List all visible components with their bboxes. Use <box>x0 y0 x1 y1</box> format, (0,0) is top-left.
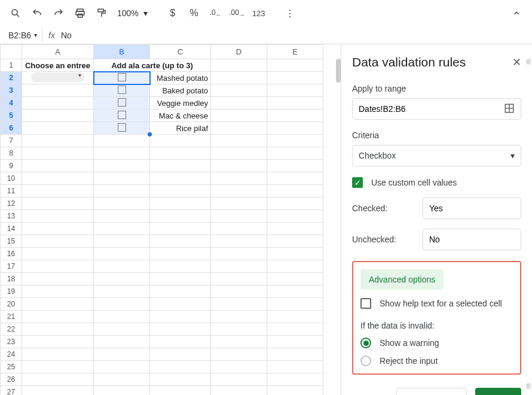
cell[interactable] <box>267 84 323 97</box>
cell[interactable] <box>94 147 150 160</box>
row-header[interactable]: 24 <box>1 348 22 361</box>
cell[interactable] <box>94 273 150 285</box>
cell[interactable] <box>267 235 323 248</box>
row-header[interactable]: 27 <box>1 386 22 396</box>
unchecked-value-input[interactable] <box>423 229 521 250</box>
row-header[interactable]: 14 <box>1 223 22 235</box>
cell[interactable] <box>22 147 94 160</box>
cell[interactable] <box>211 210 267 223</box>
increase-decimal-icon[interactable]: .00→ <box>228 4 247 23</box>
cell-C4[interactable]: Veggie medley <box>150 97 211 110</box>
cell[interactable] <box>150 248 211 260</box>
cell[interactable] <box>94 336 150 348</box>
checkbox-icon[interactable] <box>118 111 126 119</box>
formula-bar-value[interactable]: No <box>61 31 72 40</box>
cell[interactable] <box>22 84 94 97</box>
cell[interactable] <box>267 135 323 147</box>
cell[interactable] <box>94 348 150 361</box>
cell[interactable] <box>211 172 267 185</box>
cell[interactable] <box>267 223 323 235</box>
done-button[interactable]: Done <box>475 388 521 395</box>
cell[interactable] <box>211 97 267 110</box>
scrollbar-down-icon[interactable] <box>526 383 531 389</box>
row-header[interactable]: 22 <box>1 323 22 336</box>
decrease-decimal-icon[interactable]: .0← <box>206 4 225 23</box>
format-number[interactable]: 123 <box>249 4 268 23</box>
cell[interactable] <box>267 336 323 348</box>
cell[interactable] <box>211 198 267 210</box>
criteria-select[interactable]: Checkbox ▾ <box>352 145 521 166</box>
cell[interactable] <box>150 210 211 223</box>
cell[interactable] <box>22 223 94 235</box>
reject-input-radio-row[interactable]: Reject the input <box>360 356 513 366</box>
format-currency[interactable]: $ <box>163 4 182 23</box>
row-header[interactable]: 20 <box>1 298 22 311</box>
print-icon[interactable] <box>71 4 90 23</box>
cell[interactable] <box>150 323 211 336</box>
cell[interactable] <box>267 185 323 198</box>
close-icon[interactable]: ✕ <box>512 56 521 69</box>
cell[interactable] <box>211 373 267 386</box>
checked-value-input[interactable] <box>423 198 521 219</box>
row-header[interactable]: 16 <box>1 248 22 260</box>
advanced-options-button[interactable]: Advanced options <box>360 269 444 290</box>
cell-A1[interactable]: Choose an entree <box>22 59 94 72</box>
cell[interactable] <box>22 172 94 185</box>
cell[interactable] <box>150 198 211 210</box>
cell[interactable] <box>22 336 94 348</box>
cell-C5[interactable]: Mac & cheese <box>150 110 211 122</box>
cell[interactable] <box>267 386 323 396</box>
cell[interactable] <box>267 361 323 373</box>
cell[interactable] <box>211 361 267 373</box>
row-header-5[interactable]: 5 <box>1 110 22 122</box>
cell[interactable] <box>267 248 323 260</box>
format-percent[interactable]: % <box>185 4 204 23</box>
cell[interactable] <box>267 160 323 172</box>
row-header[interactable]: 10 <box>1 172 22 185</box>
cell[interactable] <box>22 210 94 223</box>
cell[interactable] <box>22 160 94 172</box>
cell[interactable] <box>94 172 150 185</box>
cell[interactable] <box>211 260 267 273</box>
cell[interactable] <box>150 223 211 235</box>
cell-C3[interactable]: Baked potato <box>150 84 211 97</box>
cell[interactable] <box>22 323 94 336</box>
row-header[interactable]: 17 <box>1 260 22 273</box>
cell[interactable] <box>150 172 211 185</box>
custom-values-checkbox-row[interactable]: ✓ Use custom cell values <box>352 177 521 188</box>
cell[interactable] <box>94 160 150 172</box>
cell-B4[interactable] <box>94 97 150 110</box>
cell[interactable] <box>211 311 267 323</box>
scrollbar-vertical[interactable] <box>336 59 341 83</box>
more-icon[interactable]: ⋮ <box>280 4 299 23</box>
cell[interactable] <box>211 59 267 72</box>
cell[interactable] <box>94 285 150 298</box>
cell[interactable] <box>267 122 323 135</box>
cell[interactable] <box>211 248 267 260</box>
cell[interactable] <box>22 348 94 361</box>
cell[interactable] <box>94 323 150 336</box>
cell[interactable] <box>267 172 323 185</box>
cell[interactable] <box>150 373 211 386</box>
cell[interactable] <box>150 311 211 323</box>
row-header-2[interactable]: 2 <box>1 72 22 84</box>
cell[interactable] <box>211 122 267 135</box>
cell[interactable] <box>94 135 150 147</box>
collapse-toolbar-icon[interactable] <box>507 4 526 23</box>
cell[interactable] <box>22 122 94 135</box>
cell-B3[interactable] <box>94 84 150 97</box>
cell[interactable] <box>94 248 150 260</box>
cell[interactable] <box>150 185 211 198</box>
cell[interactable] <box>211 135 267 147</box>
col-header-D[interactable]: D <box>211 45 267 59</box>
cell[interactable] <box>211 160 267 172</box>
cell[interactable] <box>267 210 323 223</box>
cell[interactable] <box>22 198 94 210</box>
row-header[interactable]: 19 <box>1 285 22 298</box>
cell-B2[interactable] <box>94 72 150 84</box>
cell-B5[interactable] <box>94 110 150 122</box>
row-header-3[interactable]: 3 <box>1 84 22 97</box>
cell-C6[interactable]: Rice pilaf <box>150 122 211 135</box>
cell[interactable] <box>94 311 150 323</box>
cell[interactable] <box>211 185 267 198</box>
